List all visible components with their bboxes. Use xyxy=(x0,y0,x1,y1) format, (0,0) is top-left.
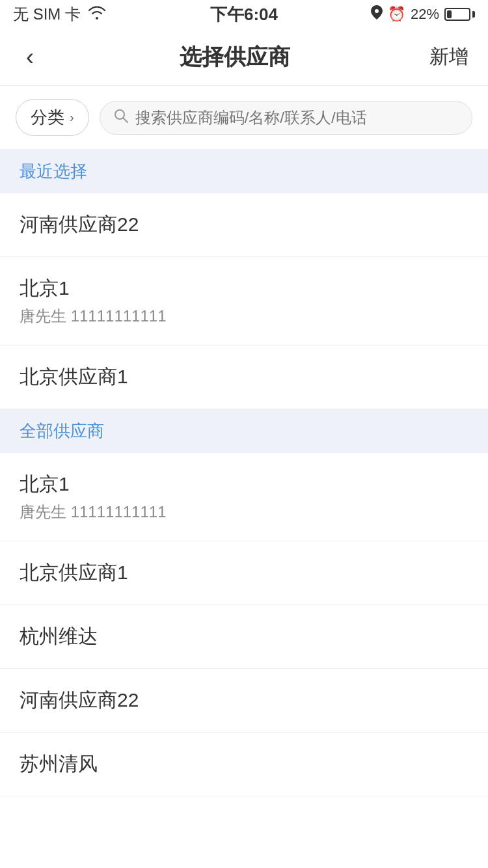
recent-items-list: 河南供应商22 北京1 唐先生 11111111111 北京供应商1 xyxy=(0,193,488,409)
item-name: 北京供应商1 xyxy=(20,560,468,586)
recent-section-label: 最近选择 xyxy=(20,161,87,181)
all-list-item[interactable]: 北京1 唐先生 11111111111 xyxy=(0,453,488,541)
add-button[interactable]: 新增 xyxy=(429,44,468,70)
no-sim-text: 无 SIM 卡 xyxy=(13,4,81,25)
all-section-label: 全部供应商 xyxy=(20,421,104,441)
all-list-item[interactable]: 河南供应商22 xyxy=(0,669,488,733)
item-name: 河南供应商22 xyxy=(20,687,468,714)
status-time: 下午6:04 xyxy=(210,3,278,26)
item-sub: 唐先生 11111111111 xyxy=(20,306,468,327)
category-filter[interactable]: 分类 › xyxy=(16,99,89,136)
category-label: 分类 xyxy=(31,106,64,129)
nav-bar: ‹ 选择供应商 新增 xyxy=(0,29,488,86)
search-input[interactable] xyxy=(135,109,459,127)
location-icon xyxy=(371,5,383,23)
battery-percent: 22% xyxy=(411,6,439,23)
recent-list-item[interactable]: 河南供应商22 xyxy=(0,193,488,257)
filter-bar: 分类 › xyxy=(0,86,488,150)
item-name: 北京1 xyxy=(20,471,468,498)
recent-section-header: 最近选择 xyxy=(0,150,488,193)
item-sub: 唐先生 11111111111 xyxy=(20,502,468,522)
back-button[interactable]: ‹ xyxy=(20,37,40,77)
item-name: 北京1 xyxy=(20,275,468,302)
status-right: ⏰ 22% xyxy=(371,5,475,23)
alarm-icon: ⏰ xyxy=(388,6,405,23)
svg-line-1 xyxy=(123,118,128,122)
status-left: 无 SIM 卡 xyxy=(13,4,107,25)
all-section-header: 全部供应商 xyxy=(0,409,488,453)
chevron-right-icon: › xyxy=(70,110,74,125)
all-items-list: 北京1 唐先生 11111111111 北京供应商1杭州维达河南供应商22苏州清… xyxy=(0,453,488,796)
item-name: 北京供应商1 xyxy=(20,364,468,390)
all-list-item[interactable]: 北京供应商1 xyxy=(0,541,488,605)
search-icon xyxy=(113,108,129,128)
all-list-item[interactable]: 杭州维达 xyxy=(0,605,488,669)
wifi-icon xyxy=(87,5,107,23)
all-list-item[interactable]: 苏州清风 xyxy=(0,733,488,796)
status-bar: 无 SIM 卡 下午6:04 ⏰ 22% xyxy=(0,0,488,29)
recent-list-item[interactable]: 北京供应商1 xyxy=(0,346,488,409)
item-name: 河南供应商22 xyxy=(20,211,468,238)
item-name: 苏州清风 xyxy=(20,751,468,778)
page-title: 选择供应商 xyxy=(180,42,290,72)
item-name: 杭州维达 xyxy=(20,623,468,650)
search-box[interactable] xyxy=(100,101,472,135)
recent-list-item[interactable]: 北京1 唐先生 11111111111 xyxy=(0,257,488,346)
battery-icon xyxy=(444,8,475,21)
